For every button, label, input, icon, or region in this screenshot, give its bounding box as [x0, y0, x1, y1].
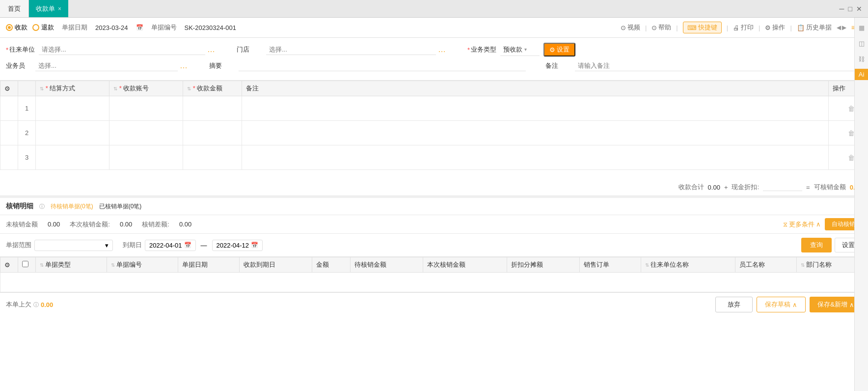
- pending-tab[interactable]: 待核销单据(0笔): [51, 202, 93, 211]
- sub-col-settings[interactable]: ⚙: [0, 257, 18, 273]
- row3-settle[interactable]: [36, 145, 109, 170]
- discount-input[interactable]: [763, 183, 802, 191]
- summary-field: 摘要: [209, 60, 526, 71]
- row2-amount[interactable]: [183, 121, 242, 145]
- col-account-header: ⇅ * 收款账号: [109, 81, 183, 96]
- maximize-button[interactable]: □: [848, 5, 852, 13]
- col-num-header: [18, 81, 36, 96]
- range-field: 单据范围 ▾: [6, 240, 113, 251]
- close-button[interactable]: ✕: [856, 5, 862, 13]
- row2-delete-icon[interactable]: 🗑: [848, 129, 855, 137]
- form-area: * 往来单位 … 门店 … * 业务类型 预收款 ▾ ⚙: [0, 38, 868, 81]
- abandon-button[interactable]: 放弃: [715, 297, 753, 312]
- staff-more-icon[interactable]: …: [178, 61, 190, 70]
- store-label: 门店: [237, 45, 266, 54]
- row2-num: 2: [18, 121, 36, 145]
- next-arrow[interactable]: ▶: [842, 24, 846, 31]
- row3-delete-icon[interactable]: 🗑: [848, 154, 855, 162]
- receipt-radio-dot: [6, 24, 13, 31]
- row1-delete-icon[interactable]: 🗑: [848, 105, 855, 112]
- row1-account[interactable]: [109, 96, 183, 121]
- video-btn[interactable]: ⊙ 视频: [621, 23, 640, 32]
- number-label: 单据编号: [151, 23, 177, 32]
- settings-icon: ⚙: [4, 85, 10, 92]
- sidebar-doc-icon[interactable]: ◫: [856, 37, 868, 49]
- calendar-icon[interactable]: 📅: [136, 24, 143, 31]
- shortcut-btn[interactable]: ⌨ 快捷键: [683, 22, 722, 33]
- sub-col-partner: ⇅ 往来单位名称: [641, 257, 735, 273]
- summary-input[interactable]: [239, 60, 526, 71]
- receipt-radio[interactable]: 收款: [6, 23, 27, 32]
- col-settings-header[interactable]: ⚙: [0, 81, 18, 96]
- partner-input[interactable]: [39, 44, 205, 55]
- sub-col-type: ⇅ 单据类型: [36, 257, 107, 273]
- select-all-checkbox[interactable]: [22, 261, 28, 267]
- tab-receipt[interactable]: 收款单 ×: [29, 0, 68, 17]
- biz-settings-button[interactable]: ⚙ 设置: [543, 43, 575, 56]
- summary-label: 摘要: [209, 61, 239, 70]
- history-btn[interactable]: 📋 历史单据: [797, 23, 832, 32]
- stats-row: 未核销金额 0.00 本次核销金额: 0.00 核销差额: 0.00 ⧖ 更多条…: [0, 215, 868, 234]
- tab-close-icon[interactable]: ×: [58, 5, 61, 12]
- range-select[interactable]: ▾: [34, 240, 113, 251]
- partner-field: * 往来单位 …: [6, 44, 217, 55]
- more-conditions-btn[interactable]: ⧖ 更多条件 ∧: [783, 220, 821, 229]
- draft-arrow-icon: ∧: [792, 301, 797, 308]
- sidebar-link-icon[interactable]: ⛓: [856, 53, 868, 65]
- tab-bar: 首页 收款单 × ─ □ ✕: [0, 0, 868, 18]
- minimize-button[interactable]: ─: [840, 5, 844, 13]
- prev-arrow[interactable]: ◀: [837, 24, 841, 31]
- action-btn[interactable]: ⚙ 操作: [765, 23, 785, 32]
- row1-amount[interactable]: [183, 96, 242, 121]
- biz-type-select[interactable]: 预收款 ▾: [500, 44, 540, 56]
- sidebar-ai-icon[interactable]: Ai: [855, 69, 868, 80]
- done-tab[interactable]: 已核销单据(0笔): [99, 202, 142, 211]
- biz-required: *: [467, 46, 470, 54]
- bottom-bar: 本单上欠 ⓘ 0.00 放弃 保存草稿 ∧ 保存&新增 ∧: [0, 292, 868, 316]
- sub-table: ⚙ ⇅ 单据类型 ⇅ 单据编号: [0, 257, 868, 292]
- refund-radio[interactable]: 退款: [32, 23, 54, 32]
- remark-input[interactable]: [575, 60, 862, 71]
- sub-col-sales: 销售订单: [580, 257, 641, 273]
- discount-label: 现金折扣:: [732, 183, 759, 192]
- staff-input[interactable]: [35, 60, 178, 71]
- verify-info-icon[interactable]: ⓘ: [39, 203, 45, 210]
- row1-settle[interactable]: [36, 96, 109, 121]
- store-more-icon[interactable]: …: [436, 45, 448, 54]
- due-date-field: 到期日 2022-04-01 📅 — 2022-04-12 📅: [123, 240, 263, 251]
- save-arrow-icon: ∧: [849, 301, 854, 308]
- sidebar-table-icon[interactable]: ▦: [856, 22, 868, 33]
- per-bill-info-icon[interactable]: ⓘ: [33, 301, 39, 308]
- query-button[interactable]: 查询: [801, 238, 832, 252]
- row1-settings: [0, 96, 18, 121]
- due-date-end-input[interactable]: 2022-04-12 📅: [212, 240, 263, 251]
- current-value: 0.00: [120, 221, 132, 228]
- chevron-down-icon: ▾: [524, 47, 527, 52]
- row2-settle[interactable]: [36, 121, 109, 145]
- row3-remark[interactable]: [242, 145, 829, 170]
- calendar-start-icon[interactable]: 📅: [184, 242, 191, 249]
- date-value: 2023-03-24: [95, 24, 128, 31]
- print-btn[interactable]: 🖨 打印: [733, 23, 754, 32]
- partner-more-icon[interactable]: …: [205, 45, 217, 54]
- unverified-label: 未核销金额: [6, 220, 38, 229]
- store-input[interactable]: [266, 44, 436, 55]
- eq-sign: =: [806, 184, 810, 191]
- sub-col-current: 本次核销金额: [423, 257, 507, 273]
- receipt-label: 收款: [15, 23, 27, 32]
- row2-account[interactable]: [109, 121, 183, 145]
- sub-col-checkbox[interactable]: [18, 257, 36, 273]
- help-btn[interactable]: ⊙ 帮助: [651, 23, 671, 32]
- row2-remark[interactable]: [242, 121, 829, 145]
- row3-amount[interactable]: [183, 145, 242, 170]
- due-date-start-input[interactable]: 2022-04-01 📅: [145, 240, 196, 251]
- biz-type-field: * 业务类型 预收款 ▾ ⚙ 设置: [467, 43, 862, 56]
- sub-col-staff: 员工名称: [735, 257, 797, 273]
- biz-type-value: 预收款: [503, 45, 522, 54]
- row1-remark[interactable]: [242, 96, 829, 121]
- partner-required: *: [6, 46, 8, 54]
- save-draft-button[interactable]: 保存草稿 ∧: [757, 297, 806, 312]
- calendar-end-icon[interactable]: 📅: [251, 242, 258, 249]
- row3-account[interactable]: [109, 145, 183, 170]
- tab-home[interactable]: 首页: [0, 0, 29, 17]
